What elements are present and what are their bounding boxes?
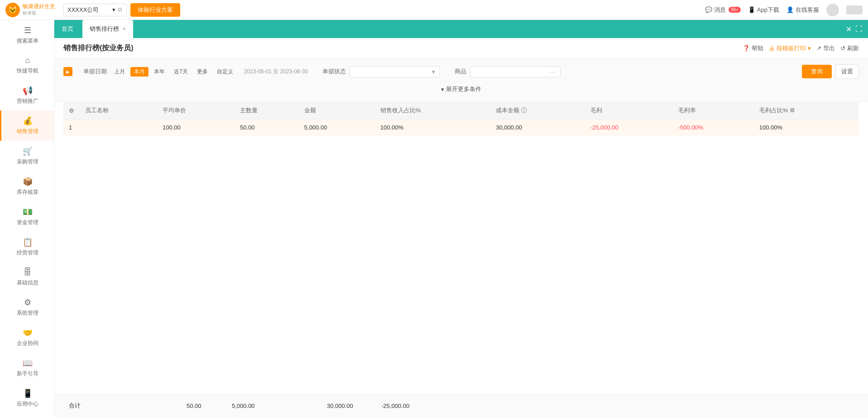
export-button[interactable]: ↗ 导出 [816, 44, 835, 53]
cell-sales-pct: 100.00% [375, 120, 491, 136]
app-download-label: App下载 [757, 6, 779, 14]
online-service-label: 在线客服 [796, 6, 819, 14]
refresh-button[interactable]: ↺ 刷新 [840, 44, 859, 53]
col-gross: 毛利 [585, 102, 673, 120]
goods-select[interactable]: ··· [470, 66, 561, 77]
query-button[interactable]: 查询 [802, 65, 832, 78]
status-filter: 单据状态 ▾ [322, 66, 440, 77]
tab-bar: 首页 销售排行榜 × ✕ ⛶ [54, 20, 868, 38]
sidebar-item-quick-nav[interactable]: ⌂ 快捷导航 [0, 50, 54, 80]
sidebar-item-purchase[interactable]: 🛒 采购管理 [0, 141, 54, 171]
col-avg-price: 平均单价 [157, 102, 235, 120]
settings-button[interactable]: 设置 [835, 64, 859, 79]
tab-home[interactable]: 首页 [54, 20, 81, 38]
cell-gross-pct: 100.00% [754, 120, 859, 136]
table-row: 1 100.00 50.00 5,000.00 100.00% 30,000.0… [63, 120, 859, 136]
top-bar: 🐱 畅康通好生意 标准版 XXXXX公司 ▾ ⚙ 体验行业方案 💬 消息 99+… [0, 0, 868, 20]
message-btn[interactable]: 💬 消息 99+ [705, 6, 741, 14]
user-name [846, 5, 863, 14]
footer-main-qty: 50.00 [181, 400, 226, 412]
logo-sub: 标准版 [23, 10, 55, 16]
service-icon: 👤 [786, 6, 794, 13]
page-content: 销售排行榜(按业务员) ❓ 帮助 🖨 按模板打印 ▾ ↗ 导出 [54, 38, 868, 417]
purchase-icon: 🛒 [23, 146, 33, 156]
cell-employee [80, 120, 157, 136]
footer-cost: 30,000.00 [321, 400, 376, 412]
date-range-display: 2023-06-01 至 2023-06-30 [244, 68, 308, 76]
sidebar-label-inventory: 库存核算 [17, 188, 38, 196]
date-tab-last-month[interactable]: 上月 [110, 67, 129, 77]
filter-row-1: ▶ 单据日期 上月 本月 本年 近7天 更多 自定义 [63, 64, 859, 79]
print-icon: 🖨 [769, 45, 775, 52]
sidebar-item-weixin[interactable]: 💬 企业微信 [0, 413, 54, 417]
filter-collapse-btn[interactable]: ▶ [63, 67, 72, 76]
cell-cost: 30,000.00 [490, 120, 585, 136]
app-icon: 📱 [748, 6, 755, 13]
date-tab-this-year[interactable]: 本年 [150, 67, 168, 77]
settings-icon[interactable]: ⚙ [117, 6, 123, 13]
table-footer: 合计 50.00 5,000.00 30,000.00 -25,000.00 [54, 394, 868, 417]
sidebar-label-finance: 资金管理 [17, 219, 38, 226]
company-selector[interactable]: XXXXX公司 ▾ ⚙ [63, 4, 127, 16]
home-icon: ⌂ [25, 56, 30, 65]
refresh-icon: ↺ [840, 45, 845, 52]
sidebar-label-system: 系统管理 [17, 309, 38, 317]
col-main-qty: 主数量 [235, 102, 299, 120]
sidebar-label-quick-nav: 快捷导航 [17, 67, 38, 75]
col-cost: 成本全额 ⓘ [490, 102, 585, 120]
sidebar-item-basic-info[interactable]: 🗄 基础信息 [0, 262, 54, 292]
sidebar-item-marketing[interactable]: 📢 营销推广 [0, 80, 54, 110]
tab-right-controls: ✕ ⛶ [846, 25, 868, 34]
avatar[interactable] [826, 4, 839, 16]
col-amount: 金额 [299, 102, 375, 120]
sidebar-label-sales: 销售管理 [17, 128, 38, 135]
enterprise-icon: 🤝 [23, 328, 33, 338]
table-container: ⚙ 员工名称 平均单价 主数量 金额 销售收入占比% 成本全额 ⓘ 毛利 毛利率… [54, 102, 868, 394]
sidebar: ☰ 搜索菜单 ⌂ 快捷导航 📢 营销推广 💰 销售管理 🛒 采购管理 📦 库存核… [0, 20, 54, 417]
search-menu-icon: ☰ [24, 25, 31, 35]
message-badge: 99+ [729, 7, 741, 13]
tab-close-icon[interactable]: × [123, 26, 126, 32]
expand-more-btn[interactable]: ▾ 展开更多条件 [441, 82, 481, 96]
help-icon: ❓ [743, 45, 750, 52]
footer-total-row: 合计 50.00 5,000.00 30,000.00 -25,000.00 [63, 399, 859, 412]
sidebar-item-sales[interactable]: 💰 销售管理 [0, 110, 54, 141]
logo-icon: 🐱 [5, 3, 20, 17]
table-header-row: ⚙ 员工名称 平均单价 主数量 金额 销售收入占比% 成本全额 ⓘ 毛利 毛利率… [63, 102, 859, 120]
operations-icon: 📋 [23, 237, 33, 247]
tab-sales-ranking[interactable]: 销售排行榜 × [82, 20, 133, 38]
cell-avg-price: 100.00 [157, 120, 235, 136]
trial-button[interactable]: 体验行业方案 [130, 3, 180, 17]
expand-icon: ▾ [441, 86, 444, 93]
message-icon: 💬 [705, 6, 712, 13]
footer-amount: 5,000.00 [226, 400, 272, 412]
tab-fullscreen-icon[interactable]: ⛶ [855, 25, 863, 34]
sidebar-item-finance[interactable]: 💵 资金管理 [0, 201, 54, 232]
sidebar-item-enterprise[interactable]: 🤝 企业协同 [0, 322, 54, 353]
sidebar-label-apps: 应用中心 [17, 400, 38, 408]
sidebar-label-operations: 经营管理 [17, 249, 38, 257]
sidebar-item-operations[interactable]: 📋 经营管理 [0, 232, 54, 262]
col-settings[interactable]: ⚙ [63, 102, 80, 120]
logo: 🐱 畅康通好生意 标准版 [5, 3, 60, 17]
status-select[interactable]: ▾ [350, 66, 440, 77]
status-dropdown-icon: ▾ [432, 68, 435, 75]
print-button[interactable]: 🖨 按模板打印 ▾ [769, 44, 811, 53]
inventory-icon: 📦 [23, 177, 33, 187]
tab-minimize-icon[interactable]: ✕ [846, 25, 852, 34]
content-area: 首页 销售排行榜 × ✕ ⛶ 销售排行榜(按业务员) ❓ 帮助 [54, 20, 868, 417]
sidebar-item-system[interactable]: ⚙ 系统管理 [0, 292, 54, 322]
help-button[interactable]: ❓ 帮助 [743, 44, 763, 53]
guide-icon: 📖 [23, 358, 33, 368]
app-download-btn[interactable]: 📱 App下载 [748, 6, 779, 14]
sidebar-item-inventory[interactable]: 📦 库存核算 [0, 171, 54, 201]
date-tab-more[interactable]: 更多 [193, 67, 211, 77]
date-tab-this-month[interactable]: 本月 [130, 67, 149, 77]
online-service-btn[interactable]: 👤 在线客服 [786, 6, 819, 14]
date-tab-7days[interactable]: 近7天 [170, 67, 192, 77]
sidebar-item-search[interactable]: ☰ 搜索菜单 [0, 20, 54, 50]
col-employee: 员工名称 [80, 102, 157, 120]
date-tab-custom[interactable]: 自定义 [213, 67, 237, 77]
sidebar-item-guide[interactable]: 📖 新手引导 [0, 353, 54, 383]
sidebar-item-apps[interactable]: 📱 应用中心 [0, 383, 54, 413]
